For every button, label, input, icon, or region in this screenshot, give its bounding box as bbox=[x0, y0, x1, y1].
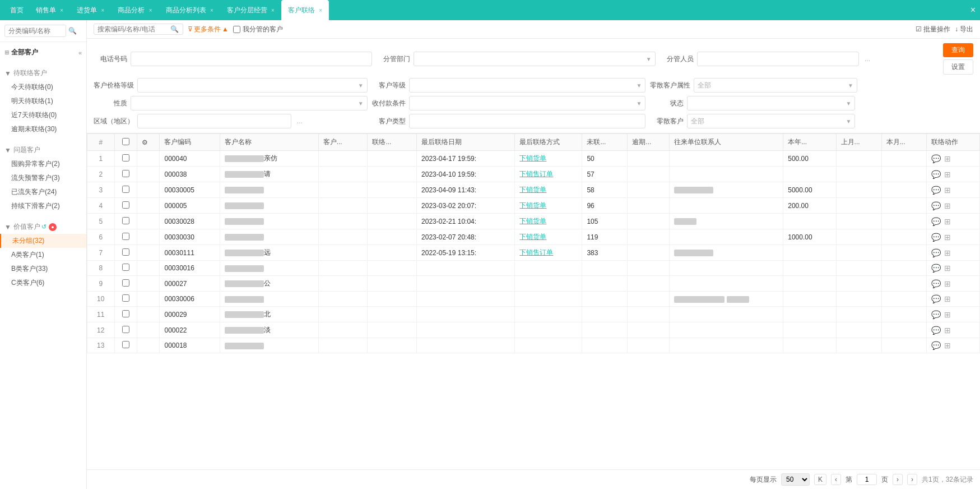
sidebar-search-icon[interactable]: 🔍 bbox=[68, 27, 77, 35]
message-icon[interactable]: 💬 bbox=[931, 170, 941, 179]
sidebar-search-input[interactable] bbox=[4, 25, 66, 37]
contact-way-link[interactable]: 下销货单 bbox=[519, 201, 546, 209]
row-checkbox[interactable] bbox=[122, 326, 129, 333]
row-checkbox[interactable] bbox=[122, 217, 129, 224]
next-page-btn[interactable]: › bbox=[893, 474, 903, 485]
search-icon[interactable]: 🔍 bbox=[170, 25, 179, 33]
payment-select[interactable]: ▼ bbox=[409, 96, 646, 110]
sidebar-collapse-btn[interactable]: « bbox=[78, 49, 82, 56]
region-input[interactable] bbox=[137, 114, 291, 128]
grid-action-icon[interactable]: ⊞ bbox=[944, 217, 951, 226]
row-checkbox[interactable] bbox=[122, 248, 129, 256]
close-product-list-tab[interactable]: × bbox=[210, 7, 213, 13]
grid-action-icon[interactable]: ⊞ bbox=[944, 294, 951, 303]
manager-ellipsis-btn[interactable]: ... bbox=[862, 55, 872, 63]
sidebar-item-class-c[interactable]: C类客户(6) bbox=[0, 276, 86, 290]
close-product-analysis-tab[interactable]: × bbox=[149, 7, 152, 13]
close-all-btn[interactable]: × bbox=[970, 5, 976, 15]
message-icon[interactable]: 💬 bbox=[931, 154, 941, 163]
message-icon[interactable]: 💬 bbox=[931, 233, 941, 242]
grid-action-icon[interactable]: ⊞ bbox=[944, 326, 951, 335]
contact-way-link[interactable]: 下销货单 bbox=[519, 233, 546, 241]
message-icon[interactable]: 💬 bbox=[931, 264, 941, 273]
sidebar-problem-title[interactable]: ▼ 问题客户 bbox=[0, 143, 86, 157]
refresh-icon[interactable]: ↺ bbox=[41, 223, 47, 230]
sidebar-item-overdue-contact[interactable]: 逾期未联络(30) bbox=[0, 122, 86, 136]
per-page-select[interactable]: 50 100 200 bbox=[781, 473, 810, 486]
phone-input[interactable] bbox=[131, 52, 372, 66]
select-all-checkbox[interactable] bbox=[122, 138, 129, 145]
sidebar-item-ungraded[interactable]: 未分组(32) bbox=[0, 234, 86, 248]
row-checkbox[interactable] bbox=[122, 279, 129, 287]
tab-product-analysis[interactable]: 商品分析 × bbox=[111, 0, 159, 20]
close-customer-contact-tab[interactable]: × bbox=[319, 7, 322, 13]
sidebar-item-churn-warning[interactable]: 流失预警客户(3) bbox=[0, 171, 86, 185]
close-sales-tab[interactable]: × bbox=[60, 7, 63, 13]
row-checkbox[interactable] bbox=[122, 154, 129, 162]
sidebar-item-7days[interactable]: 近7天待联络(0) bbox=[0, 108, 86, 122]
grid-action-icon[interactable]: ⊞ bbox=[944, 310, 951, 319]
query-btn[interactable]: 查询 bbox=[943, 43, 973, 57]
manager-input[interactable] bbox=[697, 52, 859, 66]
first-page-btn[interactable]: K bbox=[814, 474, 826, 485]
grid-action-icon[interactable]: ⊞ bbox=[944, 279, 951, 288]
close-purchase-tab[interactable]: × bbox=[101, 7, 105, 13]
export-btn[interactable]: ↓ 导出 bbox=[955, 25, 973, 34]
message-icon[interactable]: 💬 bbox=[931, 326, 941, 335]
home-tab[interactable]: 首页 bbox=[4, 0, 29, 20]
contact-way-link[interactable]: 下销售订单 bbox=[519, 170, 553, 178]
sidebar-all-customers[interactable]: ⊞ 全部客户 « bbox=[0, 45, 86, 59]
contact-way-link[interactable]: 下销货单 bbox=[519, 154, 546, 162]
sidebar-item-tomorrow[interactable]: 明天待联络(1) bbox=[0, 94, 86, 108]
row-checkbox[interactable] bbox=[122, 341, 129, 348]
close-customer-tier-tab[interactable]: × bbox=[271, 7, 275, 13]
reset-btn[interactable]: 设置 bbox=[943, 59, 973, 75]
grid-action-icon[interactable]: ⊞ bbox=[944, 154, 951, 163]
batch-op-btn[interactable]: ☑ 批量操作 bbox=[916, 25, 950, 34]
contact-way-link[interactable]: 下销售订单 bbox=[519, 248, 553, 256]
sidebar-item-class-a[interactable]: A类客户(1) bbox=[0, 248, 86, 262]
message-icon[interactable]: 💬 bbox=[931, 217, 941, 226]
message-icon[interactable]: 💬 bbox=[931, 186, 941, 195]
tab-purchase[interactable]: 进货单 × bbox=[70, 0, 111, 20]
my-customers-checkbox[interactable] bbox=[233, 26, 240, 33]
tab-customer-tier[interactable]: 客户分层经营 × bbox=[220, 0, 281, 20]
sidebar-score-title[interactable]: ▼ 价值客户 ↺ ● bbox=[0, 220, 86, 234]
sidebar-item-abnormal[interactable]: 囤购异常客户(2) bbox=[0, 157, 86, 171]
col-settings-header[interactable]: ⚙ bbox=[137, 134, 160, 151]
sidebar-item-today[interactable]: 今天待联络(0) bbox=[0, 80, 86, 94]
sidebar-item-churned[interactable]: 已流失客户(24) bbox=[0, 185, 86, 199]
row-checkbox[interactable] bbox=[122, 201, 129, 209]
last-page-btn[interactable]: › bbox=[907, 474, 917, 485]
region-ellipsis-btn[interactable]: ... bbox=[295, 117, 305, 125]
tab-customer-contact[interactable]: 客户联络 × bbox=[281, 0, 329, 20]
grid-action-icon[interactable]: ⊞ bbox=[944, 201, 951, 210]
message-icon[interactable]: 💬 bbox=[931, 294, 941, 303]
contact-way-link[interactable]: 下销货单 bbox=[519, 217, 546, 225]
message-icon[interactable]: 💬 bbox=[931, 341, 941, 350]
tab-sales[interactable]: 销售单 × bbox=[29, 0, 70, 20]
dept-select[interactable]: ▼ bbox=[414, 52, 655, 66]
more-filters-btn[interactable]: ⊽ 更多条件 ▲ bbox=[188, 25, 229, 34]
message-icon[interactable]: 💬 bbox=[931, 310, 941, 319]
row-checkbox[interactable] bbox=[122, 294, 129, 302]
row-checkbox[interactable] bbox=[122, 310, 129, 317]
row-checkbox[interactable] bbox=[122, 233, 129, 240]
row-checkbox[interactable] bbox=[122, 170, 129, 177]
customer-type-input[interactable] bbox=[409, 114, 646, 128]
search-input[interactable] bbox=[97, 25, 170, 33]
status-select[interactable]: ▼ bbox=[687, 96, 855, 110]
row-checkbox[interactable] bbox=[122, 264, 129, 271]
nature-select[interactable]: ▼ bbox=[131, 96, 368, 110]
sidebar-pending-title[interactable]: ▼ 待联络客户 bbox=[0, 66, 86, 80]
message-icon[interactable]: 💬 bbox=[931, 279, 941, 288]
grid-action-icon[interactable]: ⊞ bbox=[944, 341, 951, 350]
sidebar-item-class-b[interactable]: B类客户(33) bbox=[0, 262, 86, 276]
page-input[interactable] bbox=[857, 474, 877, 485]
grid-action-icon[interactable]: ⊞ bbox=[944, 248, 951, 257]
tab-product-list[interactable]: 商品分析列表 × bbox=[159, 0, 220, 20]
prev-page-btn[interactable]: ‹ bbox=[831, 474, 841, 485]
price-level-select[interactable]: ▼ bbox=[137, 78, 368, 93]
row-checkbox[interactable] bbox=[122, 186, 129, 193]
retail-attr-select[interactable]: 全部 ▼ bbox=[694, 78, 857, 93]
